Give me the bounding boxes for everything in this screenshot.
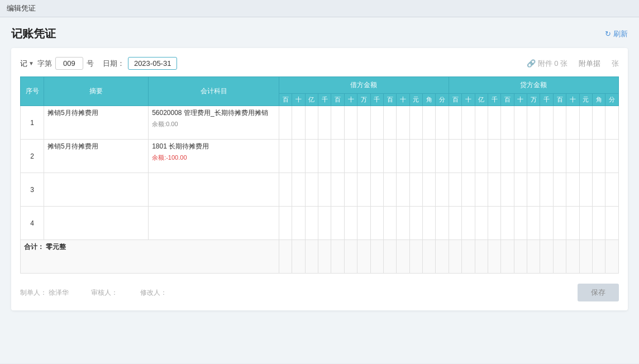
row4-account[interactable]	[149, 207, 279, 240]
row3-c3[interactable]	[475, 173, 488, 207]
row1-c3[interactable]	[475, 106, 488, 140]
row3-c13[interactable]	[605, 173, 619, 207]
row1-c4[interactable]	[488, 106, 500, 140]
row3-c7[interactable]	[527, 173, 540, 207]
row4-c4[interactable]	[488, 207, 500, 240]
row1-d6[interactable]	[344, 106, 357, 140]
row3-c9[interactable]	[553, 173, 566, 207]
row4-c1[interactable]	[449, 207, 461, 240]
row2-d2[interactable]	[292, 140, 305, 173]
row2-account[interactable]: 1801 长期待摊费用 余额:-100.00	[149, 140, 279, 173]
row1-c2[interactable]	[462, 106, 475, 140]
row1-d11[interactable]	[409, 106, 422, 140]
row1-c6[interactable]	[514, 106, 527, 140]
row2-c3[interactable]	[475, 140, 488, 173]
row3-d13[interactable]	[436, 173, 449, 207]
row2-c8[interactable]	[540, 140, 553, 173]
row3-summary[interactable]	[44, 173, 149, 207]
row2-c5[interactable]	[501, 140, 514, 173]
row4-d13[interactable]	[436, 207, 449, 240]
row2-c10[interactable]	[566, 140, 579, 173]
row4-c3[interactable]	[475, 207, 488, 240]
row1-d13[interactable]	[436, 106, 449, 140]
row3-d6[interactable]	[344, 173, 357, 207]
row3-d4[interactable]	[318, 173, 331, 207]
row1-d12[interactable]	[423, 106, 436, 140]
row1-c10[interactable]	[566, 106, 579, 140]
row4-c8[interactable]	[540, 207, 553, 240]
row1-c9[interactable]	[553, 106, 566, 140]
row3-c6[interactable]	[514, 173, 527, 207]
row1-c11[interactable]	[579, 106, 592, 140]
row1-c1[interactable]	[449, 106, 461, 140]
row4-c6[interactable]	[514, 207, 527, 240]
row2-d5[interactable]	[331, 140, 344, 173]
row4-d6[interactable]	[344, 207, 357, 240]
row2-summary[interactable]: 摊销5月待摊费用	[44, 140, 149, 173]
row1-c13[interactable]	[605, 106, 619, 140]
row1-d10[interactable]	[397, 106, 409, 140]
row1-d5[interactable]	[331, 106, 344, 140]
row1-d9[interactable]	[383, 106, 396, 140]
row3-c10[interactable]	[566, 173, 579, 207]
row2-d4[interactable]	[318, 140, 331, 173]
row3-d5[interactable]	[331, 173, 344, 207]
row1-c8[interactable]	[540, 106, 553, 140]
row2-d8[interactable]	[370, 140, 383, 173]
row3-d2[interactable]	[292, 173, 305, 207]
row4-c9[interactable]	[553, 207, 566, 240]
row4-c11[interactable]	[579, 207, 592, 240]
row2-c2[interactable]	[462, 140, 475, 173]
row2-c1[interactable]	[449, 140, 461, 173]
row4-d8[interactable]	[370, 207, 383, 240]
row3-c4[interactable]	[488, 173, 500, 207]
row3-c2[interactable]	[462, 173, 475, 207]
attachment-control[interactable]: 🔗 附件 0 张	[527, 59, 568, 69]
row3-d11[interactable]	[409, 173, 422, 207]
row2-d7[interactable]	[357, 140, 370, 173]
row3-c5[interactable]	[501, 173, 514, 207]
row3-d9[interactable]	[383, 173, 396, 207]
row1-d3[interactable]	[305, 106, 318, 140]
row3-d3[interactable]	[305, 173, 318, 207]
row1-c12[interactable]	[592, 106, 605, 140]
row2-d12[interactable]	[423, 140, 436, 173]
row3-c12[interactable]	[592, 173, 605, 207]
row2-c11[interactable]	[579, 140, 592, 173]
row4-c7[interactable]	[527, 207, 540, 240]
row2-d3[interactable]	[305, 140, 318, 173]
row3-c1[interactable]	[449, 173, 461, 207]
row1-d7[interactable]	[357, 106, 370, 140]
row1-account[interactable]: 56020008 管理费用_长期待摊费用摊销 余额:0.00	[149, 106, 279, 140]
row4-c10[interactable]	[566, 207, 579, 240]
row4-summary[interactable]	[44, 207, 149, 240]
refresh-button[interactable]: ↻ 刷新	[605, 29, 628, 39]
row2-d10[interactable]	[397, 140, 409, 173]
row2-d13[interactable]	[436, 140, 449, 173]
row1-d4[interactable]	[318, 106, 331, 140]
voucher-number[interactable]: 009	[55, 57, 83, 70]
row4-c13[interactable]	[605, 207, 619, 240]
row1-d8[interactable]	[370, 106, 383, 140]
row1-d1[interactable]	[279, 106, 292, 140]
row2-d6[interactable]	[344, 140, 357, 173]
row2-d9[interactable]	[383, 140, 396, 173]
row4-c5[interactable]	[501, 207, 514, 240]
save-button[interactable]: 保存	[578, 284, 619, 301]
row4-d11[interactable]	[409, 207, 422, 240]
row3-c11[interactable]	[579, 173, 592, 207]
row4-d1[interactable]	[279, 207, 292, 240]
row1-summary[interactable]: 摊销5月待摊费用	[44, 106, 149, 140]
ji-select[interactable]: 记 ▼	[20, 59, 34, 69]
row2-d11[interactable]	[409, 140, 422, 173]
row4-d10[interactable]	[397, 207, 409, 240]
row3-d10[interactable]	[397, 173, 409, 207]
row3-d7[interactable]	[357, 173, 370, 207]
row3-d12[interactable]	[423, 173, 436, 207]
row2-c4[interactable]	[488, 140, 500, 173]
row4-c12[interactable]	[592, 207, 605, 240]
row2-c7[interactable]	[527, 140, 540, 173]
row4-d4[interactable]	[318, 207, 331, 240]
row3-c8[interactable]	[540, 173, 553, 207]
row2-c13[interactable]	[605, 140, 619, 173]
